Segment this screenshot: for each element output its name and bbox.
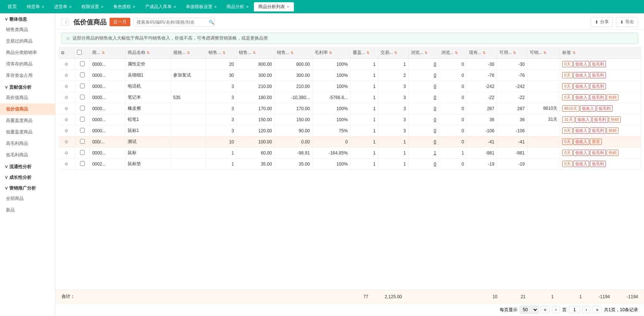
select-all-checkbox[interactable]	[77, 50, 82, 55]
nav-product-analysis[interactable]: 商品分析 ✕	[222, 2, 253, 11]
row-browse1[interactable]: 0	[408, 92, 439, 103]
row-select-checkbox[interactable]	[80, 95, 85, 99]
export-button[interactable]: ⬇ 导出	[616, 17, 638, 27]
saleable-col-header[interactable]: 可销... ⇅	[527, 47, 560, 59]
row-browse1[interactable]: 0	[408, 114, 439, 125]
cover-col-header[interactable]: 覆盖... ⇅	[350, 47, 378, 59]
row-checkbox[interactable]	[75, 81, 90, 92]
prev-page-button[interactable]: ‹	[552, 306, 560, 313]
tag-col-header[interactable]: 标签 ⇅	[560, 47, 641, 59]
available-col-header[interactable]: 可用... ⇅	[497, 47, 527, 59]
spec-col-header[interactable]: 规格... ⇅	[171, 47, 206, 59]
sidebar-group-overview[interactable]: ∨ 整体信息	[0, 13, 55, 24]
row-checkbox[interactable]	[75, 114, 90, 125]
sales-avg-col-header[interactable]: 销售... ⇅	[274, 47, 312, 59]
sidebar-item-high-margin[interactable]: 高毛利商品	[0, 138, 55, 149]
close-icon[interactable]: ✕	[41, 5, 44, 9]
sidebar-item-low-value[interactable]: 低价值商品	[0, 103, 55, 115]
row-settings[interactable]: ⚙	[58, 59, 75, 70]
settings-col-header[interactable]: ⚙	[58, 47, 75, 59]
row-browse1[interactable]: 1	[408, 147, 439, 159]
nav-product-warehouse[interactable]: 产成品入库单 ✕	[141, 2, 181, 11]
sidebar-item-new-products[interactable]: 新品	[0, 204, 55, 216]
close-icon[interactable]: ✕	[173, 5, 176, 9]
close-icon[interactable]: ✕	[214, 5, 217, 9]
row-settings[interactable]: ⚙	[58, 125, 75, 136]
row-checkbox[interactable]	[75, 70, 90, 81]
sales-qty-col-header[interactable]: 销售... ⇅	[206, 47, 237, 59]
row-select-checkbox[interactable]	[80, 128, 85, 133]
row-select-checkbox[interactable]	[80, 117, 85, 122]
table-wrapper[interactable]: ⚙ 商... ⇅ 商品名称 ⇅ 规格... ⇅ 销售... ⇅ 销售... ⇅ …	[56, 47, 644, 290]
row-checkbox[interactable]	[75, 136, 90, 147]
browse1-link[interactable]: 0	[434, 62, 436, 67]
sidebar-item-high-coverage[interactable]: 高覆盖度商品	[0, 115, 55, 126]
row-checkbox[interactable]	[75, 92, 90, 103]
row-select-checkbox[interactable]	[80, 106, 85, 111]
nav-product-analysis-list[interactable]: 商品分析列表 ✕	[254, 2, 294, 11]
browse2-col-header[interactable]: 浏览... ⇅	[439, 47, 466, 59]
row-select-checkbox[interactable]	[80, 61, 85, 66]
checkbox-col-header[interactable]	[75, 47, 90, 59]
browse1-link[interactable]: 0	[434, 139, 436, 145]
first-page-button[interactable]: «	[541, 306, 550, 313]
code-col-header[interactable]: 商... ⇅	[90, 47, 125, 59]
row-checkbox[interactable]	[75, 159, 90, 170]
browse1-link[interactable]: 0	[434, 84, 436, 89]
row-settings[interactable]: ⚙	[58, 159, 75, 170]
sidebar-item-low-margin[interactable]: 低毛利商品	[0, 149, 55, 161]
sidebar-group-growth[interactable]: ∨ 成长性分析	[0, 171, 55, 182]
close-icon[interactable]: ✕	[101, 5, 104, 9]
sidebar-item-category-rate[interactable]: 商品分类助销率	[0, 47, 55, 58]
browse1-link[interactable]: 0	[434, 73, 436, 78]
last-page-button[interactable]: »	[593, 306, 602, 313]
nav-permissions[interactable]: 权限设置 ✕	[77, 2, 108, 11]
browse1-link[interactable]: 0	[434, 128, 436, 133]
row-checkbox[interactable]	[75, 147, 90, 159]
row-settings[interactable]: ⚙	[58, 81, 75, 92]
row-select-checkbox[interactable]	[80, 139, 85, 144]
row-checkbox[interactable]	[75, 125, 90, 136]
sidebar-item-high-value[interactable]: 高价值商品	[0, 92, 55, 103]
row-select-checkbox[interactable]	[80, 72, 85, 77]
sidebar-item-inventory-capital[interactable]: 库存资金占用	[0, 70, 55, 81]
sidebar-item-all-products[interactable]: 全部商品	[0, 193, 55, 204]
browse1-link[interactable]: 0	[434, 117, 436, 122]
close-icon[interactable]: ✕	[133, 5, 135, 9]
stock1-col-header[interactable]: 现有... ⇅	[466, 47, 497, 59]
sidebar-group-marketing[interactable]: ∨ 营销推广分析	[0, 182, 55, 193]
close-icon[interactable]: ✕	[69, 5, 72, 9]
close-icon[interactable]: ✕	[286, 5, 289, 9]
trade-col-header[interactable]: 交易... ⇅	[378, 47, 408, 59]
nav-home[interactable]: 首页	[3, 2, 21, 11]
browse1-link[interactable]: 1	[434, 150, 436, 156]
filter-period-button[interactable]: 近一月	[110, 18, 130, 26]
next-page-button[interactable]: ›	[582, 306, 590, 313]
row-settings[interactable]: ⚙	[58, 70, 75, 81]
row-browse1[interactable]: 0	[408, 159, 439, 170]
row-select-checkbox[interactable]	[80, 161, 85, 166]
row-select-checkbox[interactable]	[80, 150, 85, 155]
row-browse1[interactable]: 0	[408, 59, 439, 70]
row-settings[interactable]: ⚙	[58, 103, 75, 114]
row-browse1[interactable]: 0	[408, 136, 439, 147]
sidebar-item-low-coverage[interactable]: 低覆盖度商品	[0, 126, 55, 138]
browse1-link[interactable]: 0	[434, 106, 436, 111]
search-icon[interactable]: 🔍	[209, 20, 214, 25]
row-browse1[interactable]: 0	[408, 125, 439, 136]
row-browse1[interactable]: 0	[408, 103, 439, 114]
sidebar-item-stagnant[interactable]: 滞库存的商品	[0, 58, 55, 70]
row-settings[interactable]: ⚙	[58, 147, 75, 159]
row-browse1[interactable]: 0	[408, 81, 439, 92]
row-browse1[interactable]: 0	[408, 70, 439, 81]
per-page-select[interactable]: 50 100 200	[520, 306, 539, 314]
row-settings[interactable]: ⚙	[58, 114, 75, 125]
row-checkbox[interactable]	[75, 103, 90, 114]
row-settings[interactable]: ⚙	[58, 136, 75, 147]
sidebar-item-traded[interactable]: 交易过的商品	[0, 35, 55, 47]
nav-sales-order[interactable]: 销货单 ✕	[22, 2, 49, 11]
row-settings[interactable]: ⚙	[58, 92, 75, 103]
browse1-link[interactable]: 0	[434, 162, 436, 167]
search-input[interactable]	[133, 18, 215, 27]
nav-template-settings[interactable]: 单据模板设置 ✕	[181, 2, 221, 11]
